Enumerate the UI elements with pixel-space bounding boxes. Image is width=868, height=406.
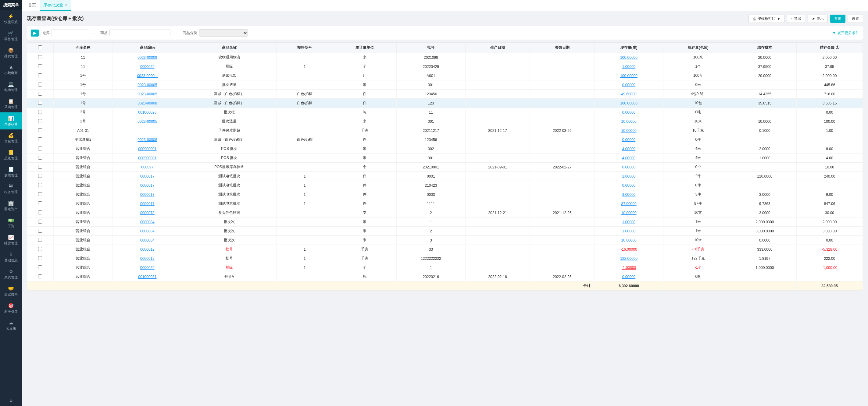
sidebar-item-库存核算[interactable]: 📊 库存核算 xyxy=(0,112,22,130)
cell-8[interactable]: 2.00000 xyxy=(594,172,663,181)
cell-8[interactable]: 1.00000 xyxy=(594,217,663,227)
row-checkbox[interactable] xyxy=(38,55,42,59)
tab-home[interactable]: 首页 xyxy=(24,0,40,11)
cell-8[interactable]: 10.00000 xyxy=(594,236,663,245)
sidebar-item-固定资产[interactable]: 🏢 固定资产 xyxy=(0,197,22,214)
sidebar-item-资金管理[interactable]: 💰 资金管理 xyxy=(0,130,22,146)
display-button[interactable]: 👁 显示 xyxy=(808,14,828,23)
row-checkbox[interactable] xyxy=(38,110,42,114)
cell-8[interactable]: 0.00000 xyxy=(594,163,663,172)
sidebar-item-新手引导[interactable]: 🎯 新手引导 xyxy=(0,300,22,317)
cell-1[interactable]: 0000084 xyxy=(113,217,182,227)
sidebar-item-采购管理[interactable]: 📋 采购管理 xyxy=(0,95,22,112)
row-checkbox[interactable] xyxy=(38,165,42,169)
sidebar-settings[interactable]: ⚙ xyxy=(0,396,22,406)
sidebar-item-基础信息[interactable]: ℹ 基础信息 xyxy=(0,248,22,266)
cell-1[interactable] xyxy=(113,126,182,135)
export-button[interactable]: ↑ 导出 xyxy=(787,14,805,23)
print-button[interactable]: 🖨 按模板打印 ▼ xyxy=(748,14,784,23)
sidebar-item-总账管理[interactable]: 📒 总账管理 xyxy=(0,146,22,164)
cell-8[interactable]: -16.00000 xyxy=(594,245,663,254)
row-checkbox[interactable] xyxy=(38,156,42,160)
row-checkbox[interactable] xyxy=(38,92,42,96)
close-tab-icon[interactable]: ✕ xyxy=(65,3,68,7)
cell-8[interactable]: 87.00000 xyxy=(594,199,663,208)
row-checkbox[interactable] xyxy=(38,256,42,260)
row-checkbox[interactable] xyxy=(38,137,42,141)
cell-8[interactable]: 10.00000 xyxy=(594,117,663,126)
cell-1[interactable]: 0023-0000... xyxy=(113,71,182,80)
row-checkbox[interactable] xyxy=(38,219,42,224)
cell-8[interactable]: -1.00000 xyxy=(594,263,663,272)
sidebar-item-税务管理[interactable]: 🏛 税务管理 xyxy=(0,181,22,197)
cell-1[interactable]: 0000012 xyxy=(113,245,182,254)
cell-8[interactable]: 10.00000 xyxy=(594,208,663,217)
row-checkbox[interactable] xyxy=(38,174,42,178)
cell-1[interactable]: 0000078 xyxy=(113,208,182,217)
expand-conditions-button[interactable]: ▼ 展开更多条件 xyxy=(832,30,859,36)
cell-8[interactable]: 0.00000 xyxy=(594,135,663,144)
row-checkbox[interactable] xyxy=(38,229,42,233)
sidebar-item-零售管理[interactable]: 🛒 零售管理 xyxy=(0,27,22,44)
row-checkbox[interactable] xyxy=(38,274,42,278)
cell-1[interactable]: 001000031 xyxy=(113,272,182,281)
cell-8[interactable]: 122.00000 xyxy=(594,254,663,263)
row-checkbox[interactable] xyxy=(38,146,42,150)
row-checkbox[interactable] xyxy=(38,210,42,214)
cell-1[interactable]: 0000029 xyxy=(113,62,182,71)
cell-1[interactable]: 0000017 xyxy=(113,190,182,199)
row-checkbox[interactable] xyxy=(38,119,42,123)
cell-8[interactable]: 0.00000 xyxy=(594,181,663,190)
sidebar-item-系统管理[interactable]: ⚙ 系统管理 xyxy=(0,266,22,283)
cell-1[interactable]: 0023-00008 xyxy=(113,99,182,108)
row-checkbox[interactable] xyxy=(38,64,42,68)
cell-1[interactable]: 0023-00009 xyxy=(113,53,182,62)
row-checkbox[interactable] xyxy=(38,82,42,87)
category-select[interactable] xyxy=(199,29,248,37)
cell-8[interactable]: 10.00000 xyxy=(594,126,663,135)
cell-1[interactable]: 0000084 xyxy=(113,236,182,245)
cell-8[interactable]: 100.00000 xyxy=(594,71,663,80)
sidebar-item-电商管理[interactable]: 💻 电商管理 xyxy=(0,78,22,95)
cell-1[interactable]: 0000017 xyxy=(113,172,182,181)
cell-8[interactable]: 0.00000 xyxy=(594,80,663,90)
query-button[interactable]: 查询 xyxy=(830,14,845,23)
cell-1[interactable]: 0000017 xyxy=(113,199,182,208)
cell-8[interactable]: 1.00000 xyxy=(594,227,663,236)
cell-1[interactable]: 0023-00005 xyxy=(113,117,182,126)
cell-1[interactable]: 000097 xyxy=(113,163,182,172)
cell-1[interactable]: 0023-00005 xyxy=(113,90,182,99)
cell-8[interactable]: 100.00000 xyxy=(594,99,663,108)
row-checkbox[interactable] xyxy=(38,128,42,132)
sidebar-item-云应用[interactable]: ☁ 云应用 xyxy=(0,317,22,334)
row-checkbox[interactable] xyxy=(38,101,42,105)
sidebar-item-批发管理[interactable]: 📦 批发管理 xyxy=(0,44,22,62)
cell-8[interactable]: 3.00000 xyxy=(594,190,663,199)
row-checkbox[interactable] xyxy=(38,73,42,77)
cell-1[interactable]: 0000012 xyxy=(113,254,182,263)
settings-button[interactable]: 设置 xyxy=(848,14,863,23)
cell-8[interactable]: 4.00000 xyxy=(594,154,663,163)
sidebar-item-快捷导航[interactable]: ⚡ 快捷导航 xyxy=(0,10,22,27)
warehouse-input[interactable] xyxy=(52,30,88,36)
cell-1[interactable]: 000900001 xyxy=(113,144,182,154)
tab-inventory-batch[interactable]: 库存批次量 ✕ xyxy=(40,0,71,11)
row-checkbox[interactable] xyxy=(38,201,42,205)
cell-1[interactable]: 0023-00008 xyxy=(113,135,182,144)
row-checkbox[interactable] xyxy=(38,265,42,269)
search-expand-toggle[interactable]: ▶ xyxy=(31,30,39,37)
sidebar-logo[interactable]: 搜索菜单 xyxy=(0,0,22,10)
row-checkbox[interactable] xyxy=(38,247,42,251)
row-checkbox[interactable] xyxy=(38,183,42,187)
cell-1[interactable]: 0023-00005 xyxy=(113,80,182,90)
cell-1[interactable]: 000900001 xyxy=(113,154,182,163)
cell-8[interactable]: 0.00000 xyxy=(594,108,663,117)
cell-8[interactable]: 0.00000 xyxy=(594,272,663,281)
cell-1[interactable]: 0000017 xyxy=(113,181,182,190)
goods-input[interactable] xyxy=(110,30,170,36)
sidebar-item-经营管理[interactable]: 📈 经营管理 xyxy=(0,232,22,248)
cell-1[interactable]: 0000084 xyxy=(113,227,182,236)
sidebar-item-工资[interactable]: 💵 工资 xyxy=(0,214,22,232)
cell-1[interactable]: 001000026 xyxy=(113,108,182,117)
cell-1[interactable]: 0000029 xyxy=(113,263,182,272)
